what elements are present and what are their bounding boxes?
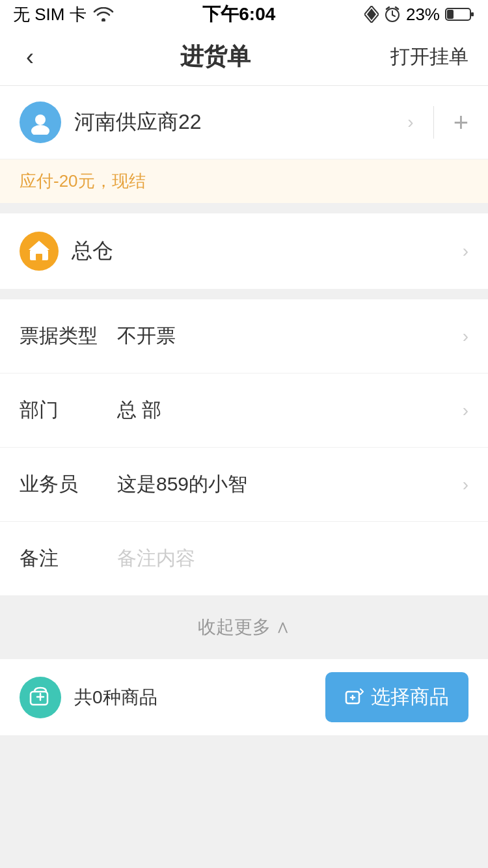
add-button[interactable]: + <box>454 108 468 137</box>
remark-label: 备注 <box>20 545 104 572</box>
invoice-chevron-icon: › <box>463 326 468 347</box>
nav-bar: ‹ 进货单 打开挂单 <box>0 29 488 86</box>
warehouse-row[interactable]: 总仓 › <box>0 213 488 289</box>
remark-input[interactable]: 备注内容 <box>104 545 468 572</box>
dept-value: 总 部 <box>104 397 463 424</box>
time-display: 下午6:04 <box>202 2 275 27</box>
back-button[interactable]: ‹ <box>20 37 40 77</box>
warehouse-chevron-icon: › <box>463 241 468 262</box>
select-product-label: 选择商品 <box>371 684 449 711</box>
staff-row[interactable]: 业务员 这是859的小智 › <box>0 448 488 522</box>
battery-icon <box>445 7 475 22</box>
dept-row[interactable]: 部门 总 部 › <box>0 373 488 448</box>
form-section: 票据类型 不开票 › 部门 总 部 › 业务员 这是859的小智 › 备注 备注… <box>0 299 488 595</box>
dept-chevron-icon: › <box>463 400 468 421</box>
staff-value: 这是859的小智 <box>104 471 463 498</box>
supplier-row[interactable]: 河南供应商22 › + <box>0 86 488 159</box>
warehouse-icon <box>20 232 59 271</box>
svg-point-7 <box>31 125 49 135</box>
remark-row[interactable]: 备注 备注内容 <box>0 522 488 595</box>
location-icon <box>364 6 379 23</box>
content-area: 河南供应商22 › + 应付-20元，现结 总仓 › 票据类型 不开票 › 部门 <box>0 86 488 868</box>
svg-marker-9 <box>29 241 49 250</box>
cart-icon <box>28 685 53 710</box>
supplier-section: 河南供应商22 › + 应付-20元，现结 <box>0 86 488 203</box>
carrier-text: 无 SIM 卡 <box>13 3 87 26</box>
cart-icon-wrap <box>20 677 61 718</box>
dept-label: 部门 <box>20 397 104 424</box>
invoice-row[interactable]: 票据类型 不开票 › <box>0 299 488 373</box>
status-left: 无 SIM 卡 <box>13 3 114 26</box>
staff-chevron-icon: › <box>463 474 468 495</box>
invoice-label: 票据类型 <box>20 323 104 349</box>
svg-line-2 <box>392 15 395 16</box>
supplier-avatar <box>20 102 61 143</box>
divider <box>433 106 434 139</box>
gray-fill-area <box>0 735 488 868</box>
alarm-icon <box>384 6 401 23</box>
staff-label: 业务员 <box>20 471 104 498</box>
open-pending-button[interactable]: 打开挂单 <box>390 44 468 70</box>
status-right: 23% <box>364 5 475 25</box>
notice-text: 应付-20元，现结 <box>20 171 146 191</box>
status-bar: 无 SIM 卡 下午6:04 23% <box>0 0 488 29</box>
select-product-button[interactable]: 选择商品 <box>325 672 468 722</box>
notice-bar: 应付-20元，现结 <box>0 159 488 203</box>
invoice-value: 不开票 <box>104 323 463 349</box>
collapse-label: 收起更多 ∧ <box>198 617 291 637</box>
page-title: 进货单 <box>180 41 251 73</box>
svg-point-6 <box>35 115 46 125</box>
supplier-name: 河南供应商22 <box>74 108 407 137</box>
warehouse-name: 总仓 <box>72 237 463 265</box>
bottom-bar: 共0种商品 选择商品 <box>0 659 488 735</box>
svg-rect-10 <box>36 254 42 260</box>
wifi-icon <box>93 7 114 21</box>
product-count: 共0种商品 <box>74 685 325 710</box>
collapse-button[interactable]: 收起更多 ∧ <box>0 595 488 659</box>
svg-rect-4 <box>447 10 454 19</box>
select-product-icon <box>345 688 364 707</box>
battery-text: 23% <box>406 5 440 25</box>
svg-rect-5 <box>471 12 474 16</box>
supplier-chevron-icon: › <box>407 112 413 133</box>
svg-rect-11 <box>31 692 47 705</box>
